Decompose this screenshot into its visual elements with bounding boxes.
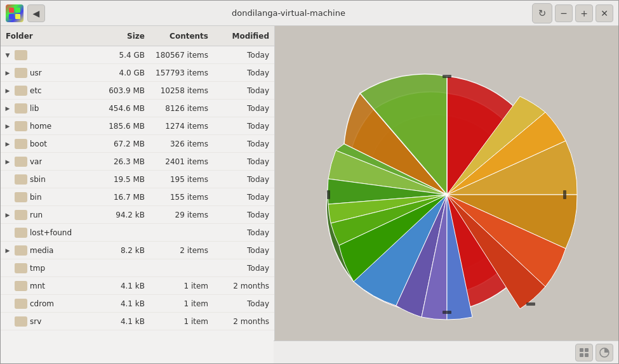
table-row[interactable]: ▶usr4.0 GB157793 itemsToday	[1, 64, 274, 82]
expand-arrow-icon[interactable]	[3, 228, 12, 237]
table-row[interactable]: tmpToday	[1, 259, 274, 277]
tree-header: Folder Size Contents Modified	[1, 26, 274, 46]
size-cell: 94.2 kB	[102, 211, 150, 219]
expand-arrow-icon[interactable]: ▶	[3, 211, 12, 219]
expand-arrow-icon[interactable]: ▶	[3, 68, 12, 77]
table-row[interactable]: ▶media8.2 kB2 itemsToday	[1, 242, 274, 259]
modified-cell: Today	[213, 175, 274, 184]
modified-cell: Today	[213, 140, 274, 148]
expand-arrow-icon[interactable]: ▶	[3, 86, 12, 95]
modified-cell: Today	[213, 228, 274, 237]
table-row[interactable]: lost+foundToday	[1, 224, 274, 242]
modified-cell: Today	[213, 51, 274, 60]
table-row[interactable]: mnt4.1 kB1 item2 months	[1, 277, 274, 295]
folder-name: usr	[30, 68, 42, 77]
folder-icon	[15, 86, 27, 96]
expand-arrow-icon[interactable]	[3, 175, 12, 184]
modified-cell: Today	[213, 157, 274, 166]
folder-name: media	[30, 246, 53, 255]
folder-icon	[15, 245, 27, 256]
folder-name: lost+found	[30, 228, 72, 237]
view-icon-button[interactable]	[575, 344, 593, 361]
expand-arrow-icon[interactable]: ▶	[3, 140, 12, 148]
folder-icon	[15, 263, 27, 273]
close-button[interactable]: ✕	[596, 4, 613, 22]
folder-icon	[15, 68, 27, 78]
minimize-button[interactable]: ─	[555, 4, 573, 22]
contents-cell: 157793 items	[150, 68, 213, 77]
bottom-bar	[274, 341, 618, 363]
size-cell: 454.6 MB	[102, 104, 150, 113]
svg-rect-10	[443, 311, 451, 314]
table-row[interactable]: ▶home185.6 MB1274 itemsToday	[1, 117, 274, 135]
expand-arrow-icon[interactable]: ▶	[3, 122, 12, 131]
modified-cell: Today	[213, 246, 274, 255]
folder-icon	[15, 210, 27, 220]
header-modified: Modified	[213, 32, 274, 41]
contents-cell: 195 items	[150, 175, 213, 184]
modified-cell: Today	[213, 68, 274, 77]
folder-icon	[15, 316, 27, 327]
titlebar-right: ↻ ─ + ✕	[532, 3, 613, 23]
expand-arrow-icon[interactable]: ▶	[3, 246, 12, 255]
main-window: ◀ dondilanga-virtual-machine ↻ ─ + ✕ Fol…	[0, 0, 619, 364]
contents-cell: 155 items	[150, 193, 213, 202]
chart-panel: 5.4 GB	[275, 26, 618, 363]
reload-button[interactable]: ↻	[532, 3, 552, 23]
window-title: dondilanga-virtual-machine	[45, 8, 532, 18]
table-row[interactable]: ▶lib454.6 MB8126 itemsToday	[1, 100, 274, 117]
size-cell: 16.7 MB	[102, 193, 150, 202]
table-row[interactable]: ▶run94.2 kB29 itemsToday	[1, 206, 274, 224]
modified-cell: Today	[213, 104, 274, 113]
contents-cell: 8126 items	[150, 104, 213, 113]
expand-arrow-icon[interactable]	[3, 193, 12, 202]
table-row[interactable]: ▶boot67.2 MB326 itemsToday	[1, 135, 274, 153]
folder-icon	[15, 192, 27, 202]
table-row[interactable]: ▼5.4 GB180567 itemsToday	[1, 46, 274, 64]
contents-cell: 2 items	[150, 246, 213, 255]
folder-name: boot	[30, 140, 47, 148]
svg-rect-2	[9, 14, 14, 19]
expand-arrow-icon[interactable]	[3, 282, 12, 290]
contents-cell: 1 item	[150, 299, 213, 308]
expand-arrow-icon[interactable]	[3, 317, 12, 326]
file-tree-panel: Folder Size Contents Modified ▼5.4 GB180…	[1, 26, 275, 363]
svg-rect-12	[585, 348, 589, 352]
expand-arrow-icon[interactable]: ▶	[3, 104, 12, 113]
chart-icon-button[interactable]	[596, 344, 613, 361]
folder-icon	[15, 139, 27, 149]
svg-rect-9	[327, 190, 330, 199]
contents-cell: 1 item	[150, 282, 213, 290]
size-cell: 26.3 MB	[102, 157, 150, 166]
folder-name: run	[30, 211, 43, 219]
table-row[interactable]: srv4.1 kB1 item2 months	[1, 313, 274, 330]
size-cell: 185.6 MB	[102, 122, 150, 131]
expand-arrow-icon[interactable]	[3, 264, 12, 273]
contents-cell: 10258 items	[150, 86, 213, 95]
modified-cell: Today	[213, 264, 274, 273]
expand-arrow-icon[interactable]: ▶	[3, 157, 12, 166]
svg-rect-13	[580, 353, 583, 357]
folder-name: home	[30, 122, 51, 131]
expand-arrow-icon[interactable]: ▼	[3, 51, 12, 60]
expand-arrow-icon[interactable]	[3, 299, 12, 308]
size-cell: 8.2 kB	[102, 246, 150, 255]
modified-cell: 2 months	[213, 317, 274, 326]
table-row[interactable]: ▶var26.3 MB2401 itemsToday	[1, 153, 274, 171]
contents-cell: 1274 items	[150, 122, 213, 131]
table-row[interactable]: bin16.7 MB155 itemsToday	[1, 188, 274, 206]
contents-cell: 180567 items	[150, 51, 213, 60]
maximize-button[interactable]: +	[575, 4, 593, 22]
table-row[interactable]: ▶etc603.9 MB10258 itemsToday	[1, 82, 274, 100]
back-button[interactable]: ◀	[27, 4, 45, 22]
table-row[interactable]: sbin19.5 MB195 itemsToday	[1, 171, 274, 188]
svg-rect-7	[563, 190, 566, 199]
folder-icon	[15, 281, 27, 291]
modified-cell: Today	[213, 122, 274, 131]
folder-name: cdrom	[30, 299, 54, 308]
folder-icon	[15, 103, 27, 114]
titlebar: ◀ dondilanga-virtual-machine ↻ ─ + ✕	[1, 1, 618, 26]
table-row[interactable]: cdrom4.1 kB1 itemToday	[1, 295, 274, 313]
contents-cell: 1 item	[150, 317, 213, 326]
folder-icon	[15, 121, 27, 131]
